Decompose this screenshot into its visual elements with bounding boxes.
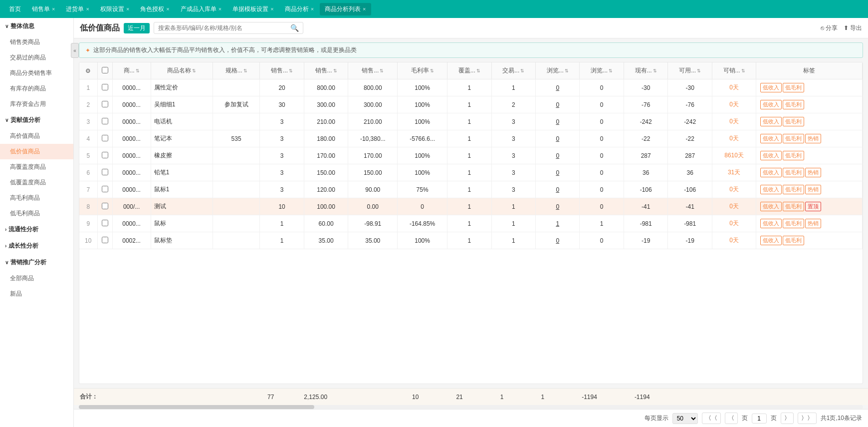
- browse1-link[interactable]: 0: [556, 84, 559, 91]
- sidebar-group-circulation[interactable]: › 流通性分析: [0, 221, 73, 238]
- sidebar-item-traded-goods[interactable]: 交易过的商品: [0, 50, 73, 65]
- browse1-link[interactable]: 0: [556, 135, 559, 142]
- scrollbar-thumb[interactable]: [79, 405, 314, 409]
- sidebar-item-new-goods-label: 新品: [10, 290, 22, 297]
- col-sellable[interactable]: 可销...⇅: [712, 62, 756, 79]
- row-checkbox[interactable]: [102, 186, 108, 192]
- sidebar-item-high-margin[interactable]: 高毛利商品: [0, 190, 73, 206]
- nav-purchase-close[interactable]: ×: [86, 6, 89, 12]
- share-btn[interactable]: ⎋ 分享: [821, 24, 838, 32]
- row-checkbox[interactable]: [102, 118, 108, 124]
- sidebar-item-low-margin[interactable]: 低毛利商品: [0, 206, 73, 221]
- col-browse2[interactable]: 浏览...⇅: [580, 62, 624, 79]
- tag-label: 低毛利: [783, 219, 804, 228]
- col-code[interactable]: 商...⇅: [112, 62, 151, 79]
- browse1-link[interactable]: 0: [556, 186, 559, 193]
- nav-analysis[interactable]: 商品分析 ×: [280, 3, 319, 15]
- sidebar-item-low-coverage[interactable]: 低覆盖度商品: [0, 175, 73, 190]
- sidebar-group-contribution[interactable]: ∨ 贡献值分析: [0, 112, 73, 128]
- nav-analysis-list-close[interactable]: ×: [363, 6, 366, 12]
- sidebar-item-low-value[interactable]: 低价值商品: [0, 144, 73, 159]
- sidebar-item-new-goods[interactable]: 新品: [0, 286, 73, 302]
- browse1-link[interactable]: 0: [556, 237, 559, 244]
- browse1-link[interactable]: 1: [556, 220, 559, 227]
- first-page-btn[interactable]: 〈〈: [702, 413, 721, 424]
- nav-permissions-close[interactable]: ×: [126, 6, 129, 12]
- sidebar-group-overview[interactable]: ∨ 整体信息: [0, 18, 73, 34]
- filter-btn[interactable]: 近一月: [124, 23, 150, 33]
- row-price: -98.91: [348, 215, 398, 232]
- row-checkbox[interactable]: [102, 203, 108, 209]
- row-checkbox[interactable]: [102, 220, 108, 226]
- row-transaction: 1: [491, 215, 535, 232]
- col-checkbox[interactable]: [97, 62, 112, 79]
- nav-roles-close[interactable]: ×: [166, 6, 169, 12]
- sidebar-item-high-coverage[interactable]: 高覆盖度商品: [0, 159, 73, 175]
- browse1-link[interactable]: 0: [556, 203, 559, 210]
- sidebar-collapse-btn[interactable]: «: [71, 43, 79, 58]
- browse1-link[interactable]: 0: [556, 118, 559, 125]
- nav-roles[interactable]: 角色授权 ×: [135, 3, 174, 15]
- sidebar-group-marketing[interactable]: ∨ 营销推广分析: [0, 254, 73, 271]
- sidebar-item-stock-goods[interactable]: 有库存的商品: [0, 81, 73, 96]
- nav-home[interactable]: 首页: [4, 3, 26, 15]
- row-checkbox[interactable]: [102, 84, 108, 90]
- row-price: 90.00: [348, 181, 398, 198]
- nav-products[interactable]: 产成品入库单 ×: [176, 3, 226, 15]
- nav-permissions[interactable]: 权限设置 ×: [95, 3, 134, 15]
- next-page-btn[interactable]: 〉: [781, 413, 794, 424]
- browse1-link[interactable]: 0: [556, 152, 559, 159]
- sidebar-item-category-rate[interactable]: 商品分类销售率: [0, 65, 73, 81]
- tag-label: 热销: [805, 134, 821, 143]
- sidebar-item-stock-goods-label: 有库存的商品: [10, 85, 46, 92]
- col-name[interactable]: 商品名称⇅: [151, 62, 213, 79]
- col-tags[interactable]: 标签: [756, 62, 863, 79]
- row-browse1: 0: [536, 232, 580, 249]
- col-settings[interactable]: ⚙: [79, 62, 97, 79]
- row-margin: 100%: [398, 232, 447, 249]
- row-checkbox[interactable]: [102, 169, 108, 175]
- row-checkbox[interactable]: [102, 152, 108, 158]
- col-coverage[interactable]: 覆盖...⇅: [447, 62, 491, 79]
- tag-label: 低毛利: [783, 100, 804, 109]
- col-current-stock[interactable]: 现有...⇅: [624, 62, 667, 79]
- nav-sales[interactable]: 销售单 ×: [27, 3, 60, 15]
- row-qty: 3: [260, 113, 304, 130]
- sidebar-item-high-value[interactable]: 高价值商品: [0, 128, 73, 144]
- nav-analysis-list[interactable]: 商品分析列表 ×: [320, 3, 371, 15]
- nav-analysis-close[interactable]: ×: [311, 6, 314, 12]
- page-label: 页: [742, 414, 748, 423]
- nav-purchase[interactable]: 进货单 ×: [61, 3, 94, 15]
- row-checkbox[interactable]: [102, 237, 108, 243]
- col-browse1[interactable]: 浏览...⇅: [536, 62, 580, 79]
- col-transaction[interactable]: 交易...⇅: [491, 62, 535, 79]
- nav-products-close[interactable]: ×: [218, 6, 221, 12]
- horizontal-scrollbar[interactable]: [79, 405, 863, 409]
- nav-templates[interactable]: 单据模板设置 ×: [227, 3, 278, 15]
- nav-templates-close[interactable]: ×: [270, 6, 273, 12]
- row-checkbox[interactable]: [102, 101, 108, 107]
- col-sales-qty[interactable]: 销售...⇅: [260, 62, 304, 79]
- row-checkbox[interactable]: [102, 135, 108, 141]
- nav-sales-close[interactable]: ×: [52, 6, 55, 12]
- search-input[interactable]: [158, 24, 290, 31]
- prev-page-btn[interactable]: 〈: [725, 413, 738, 424]
- search-icon[interactable]: 🔍: [290, 24, 299, 32]
- last-page-btn[interactable]: 〉〉: [798, 413, 817, 424]
- col-spec[interactable]: 规格...⇅: [213, 62, 260, 79]
- select-all-checkbox[interactable]: [102, 67, 108, 73]
- col-available-stock[interactable]: 可用...⇅: [668, 62, 712, 79]
- sidebar-item-sales-goods[interactable]: 销售类商品: [0, 34, 73, 50]
- export-btn[interactable]: ⬆ 导出: [844, 24, 862, 32]
- row-name: 鼠标: [151, 215, 213, 232]
- browse1-link[interactable]: 0: [556, 101, 559, 108]
- page-input[interactable]: [752, 414, 767, 424]
- col-sales-amt[interactable]: 销售...⇅: [304, 62, 348, 79]
- col-sales-price[interactable]: 销售...⇅: [348, 62, 398, 79]
- browse1-link[interactable]: 0: [556, 169, 559, 176]
- sidebar-group-growth[interactable]: › 成长性分析: [0, 238, 73, 254]
- per-page-select[interactable]: 50 100 200: [672, 413, 698, 424]
- col-margin[interactable]: 毛利率⇅: [398, 62, 447, 79]
- sidebar-item-all-goods[interactable]: 全部商品: [0, 271, 73, 286]
- sidebar-item-stock-capital[interactable]: 库存资金占用: [0, 96, 73, 112]
